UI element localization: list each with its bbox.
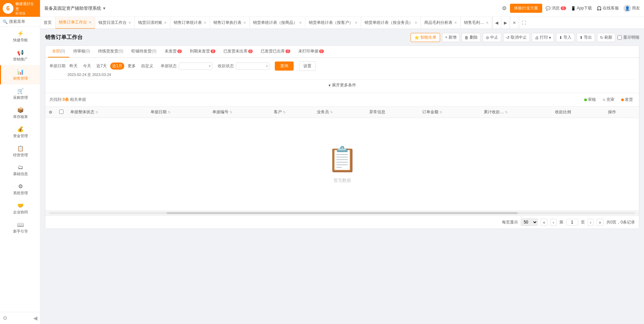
th-collected[interactable]: 累计收款…⇅: [480, 107, 551, 118]
sidebar-item-采购管理[interactable]: 🛒采购管理: [0, 84, 40, 104]
sidebar-item-新手引导[interactable]: 📖新手引导: [0, 218, 40, 237]
smart-gen-button[interactable]: ⭐ 智能生单: [411, 33, 440, 42]
select-all-checkbox[interactable]: [59, 110, 63, 114]
tab-close-1[interactable]: ✕: [89, 21, 91, 24]
sidebar-item-search[interactable]: 🔍 搜索菜单: [0, 17, 40, 27]
query-button[interactable]: 查询: [275, 62, 294, 71]
date-opt-近7天[interactable]: 近7天: [94, 63, 109, 70]
print-button[interactable]: 🖨 打印 ▾: [532, 33, 554, 42]
scroll-thumb[interactable]: [167, 212, 518, 214]
topbar: 装备及固定资产辅助管理系统 ▾ ⚙ 体验行业方案 💬 消息 6 📱 App下载 …: [40, 0, 644, 17]
tab-1[interactable]: 销售订单工作台✕: [55, 17, 95, 29]
tab-close-5[interactable]: ✕: [243, 21, 246, 25]
detail-checkbox-input[interactable]: [617, 35, 622, 40]
user-item[interactable]: 👤 用友: [624, 5, 640, 12]
sub-tab-6[interactable]: 已发货未出库0: [219, 46, 257, 57]
tab-0[interactable]: 首页: [40, 17, 55, 29]
new-button[interactable]: + 新增: [442, 33, 460, 42]
sidebar-item-经营管理[interactable]: 📋经营管理: [0, 142, 40, 161]
status-select[interactable]: [179, 63, 212, 70]
sub-tab-7[interactable]: 已发货已出库0: [257, 46, 294, 57]
sub-tab-1[interactable]: 待审核(0): [69, 46, 94, 57]
tab-3[interactable]: 钱货日清对账✕: [135, 17, 170, 29]
date-opt-自定义[interactable]: 自定义: [139, 63, 155, 70]
suspend-button[interactable]: ⊘ 中止: [483, 33, 501, 42]
sub-tab-3[interactable]: 旺铺待发货(0): [127, 46, 161, 57]
payment-select[interactable]: [236, 63, 269, 70]
th-date[interactable]: 单据日期⇅: [147, 107, 209, 118]
tab-10[interactable]: 销售毛利…✕: [461, 17, 492, 29]
sub-tab-0[interactable]: 全部(0): [48, 46, 69, 57]
main-content-area: 销售订单工作台 ⭐ 智能生单 + 新增 🗑 删除 ⊘ 中止 ↺ 取消中止: [40, 29, 644, 324]
import-button[interactable]: ⬇ 导入: [556, 33, 574, 42]
tab-6[interactable]: 销货单统计表（按商品）✕: [250, 17, 305, 29]
industry-solution-button[interactable]: 体验行业方案: [510, 4, 542, 13]
th-number[interactable]: 单据编号⇅: [209, 107, 271, 118]
sub-tab-8[interactable]: 未打印单据0: [294, 46, 328, 57]
page-last-btn[interactable]: »: [596, 219, 603, 226]
sidebar-item-基础信息[interactable]: 🗂基础信息: [0, 161, 40, 180]
tab-5[interactable]: 销售订单执行表✕: [210, 17, 250, 29]
tab-close-all[interactable]: ✕: [510, 17, 519, 29]
online-service-item[interactable]: 🎧 在线客服: [597, 5, 619, 11]
page-input[interactable]: [566, 219, 578, 226]
sidebar-item-营销推广[interactable]: 📢营销推广: [0, 46, 40, 65]
page-next-btn[interactable]: ›: [588, 219, 594, 226]
date-opt-今天[interactable]: 今天: [81, 63, 93, 70]
collapse-icon[interactable]: ◀: [33, 315, 37, 321]
table-op-充审[interactable]: 充审: [601, 96, 616, 104]
th-checkbox[interactable]: [56, 107, 67, 118]
tab-close-8[interactable]: ✕: [415, 21, 417, 25]
th-amount[interactable]: 订单金额⇅: [419, 107, 481, 118]
sidebar-item-库存核算[interactable]: 📦库存核算: [0, 104, 40, 123]
tab-nav-prev[interactable]: ◀: [492, 17, 501, 29]
tab-close-6[interactable]: ✕: [299, 21, 302, 25]
tab-close-4[interactable]: ✕: [204, 21, 206, 25]
tab-2[interactable]: 钱货日清工作台✕: [95, 17, 135, 29]
tab-8[interactable]: 销货单统计表（按业务员）✕: [361, 17, 421, 29]
sidebar-item-销售管理[interactable]: 📊销售管理: [0, 65, 40, 84]
tab-close-2[interactable]: ✕: [128, 21, 131, 25]
tab-close-3[interactable]: ✕: [164, 21, 167, 25]
per-page-select[interactable]: 50 100: [521, 218, 538, 226]
sub-tab-4[interactable]: 未发货0: [161, 46, 186, 57]
sub-tab-5[interactable]: 到期未发货0: [186, 46, 219, 57]
tab-9[interactable]: 商品毛利分析表✕: [421, 17, 461, 29]
th-customer[interactable]: 客户⇅: [270, 107, 313, 118]
date-opt-昨天[interactable]: 昨天: [68, 63, 80, 70]
tab-nav-next[interactable]: ▶: [501, 17, 510, 29]
table-op-审核[interactable]: 审核: [582, 96, 598, 104]
delete-button[interactable]: 🗑 删除: [462, 33, 481, 42]
sidebar-item-快捷导航[interactable]: ⚡快捷导航: [0, 27, 40, 46]
table-op-发货[interactable]: 发货: [619, 96, 635, 104]
tab-fullscreen[interactable]: ⛶: [519, 17, 528, 29]
export-button[interactable]: ⬆ 导出: [576, 33, 595, 42]
tab-close-9[interactable]: ✕: [454, 21, 457, 25]
page-first-btn[interactable]: «: [541, 219, 548, 226]
tab-4[interactable]: 销售订单统计表✕: [170, 17, 210, 29]
date-opt-近1月[interactable]: 近1月: [110, 63, 125, 70]
date-opt-更多[interactable]: 更多: [126, 63, 138, 70]
tab-close-7[interactable]: ✕: [355, 21, 357, 25]
topbar-settings-icon[interactable]: ⚙: [502, 5, 507, 11]
sub-tab-2[interactable]: 待拣货发货(0): [94, 46, 127, 57]
settings-icon[interactable]: ⚙: [3, 315, 7, 321]
show-detail-checkbox[interactable]: 显示明细: [617, 35, 639, 40]
tab-7[interactable]: 销货单统计表（按客户）✕: [305, 17, 361, 29]
system-dropdown-icon[interactable]: ▾: [103, 6, 105, 11]
set-button[interactable]: 设置: [299, 61, 316, 71]
sidebar-item-系统管理[interactable]: ⚙系统管理: [0, 180, 40, 199]
sidebar-item-资金管理[interactable]: 💰资金管理: [0, 123, 40, 142]
app-download-item[interactable]: 📱 App下载: [571, 5, 592, 11]
th-settings[interactable]: ⚙: [45, 107, 56, 118]
sidebar-item-企业协同[interactable]: 🤝企业协同: [0, 199, 40, 218]
cancel-suspend-button[interactable]: ↺ 取消中止: [503, 33, 530, 42]
message-item[interactable]: 💬 消息 6: [546, 5, 566, 11]
refresh-button[interactable]: ↻ 刷新: [597, 33, 615, 42]
th-status[interactable]: 单据整体状态⇅: [67, 107, 147, 118]
th-salesman[interactable]: 业务员⇅: [313, 107, 366, 118]
tab-close-10[interactable]: ✕: [486, 21, 488, 25]
horizontal-scrollbar[interactable]: [45, 211, 639, 215]
page-prev-btn[interactable]: ‹: [550, 219, 556, 226]
expand-more-btn[interactable]: ▾ 展开更多条件: [49, 81, 635, 89]
